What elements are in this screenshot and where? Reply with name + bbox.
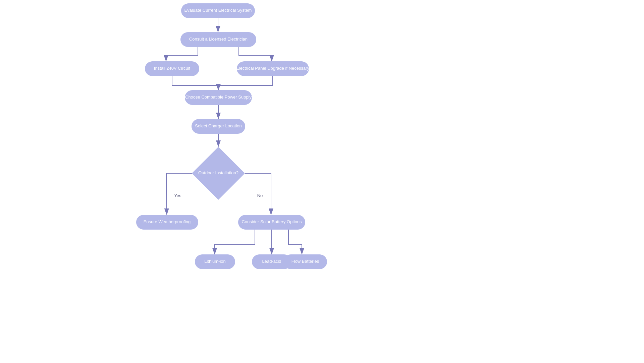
flowchart-container: Evaluate Current Electrical System Consu…: [0, 0, 644, 363]
chargerLocation-label: Select Charger Location: [195, 123, 241, 128]
lithiumIon-label: Lithium-ion: [204, 259, 226, 264]
evaluate-label: Evaluate Current Electrical System: [184, 8, 252, 13]
panelUpgrade-label: Electrical Panel Upgrade if Necessary: [236, 66, 310, 71]
leadAcid-label: Lead-acid: [262, 259, 281, 264]
powerSupply-label: Choose Compatible Power Supply: [185, 95, 252, 100]
weatherproofing-label: Ensure Weatherproofing: [144, 219, 191, 224]
consult-label: Consult a Licensed Electrician: [189, 37, 248, 42]
solarBattery-label: Consider Solar Battery Options: [241, 219, 302, 224]
outdoor-decision-label: Outdoor Installation?: [198, 170, 238, 175]
install240-label: Install 240V Circuit: [154, 66, 191, 71]
yes-label: Yes: [174, 193, 181, 198]
flowBatteries-label: Flow Batteries: [291, 259, 319, 264]
no-label: No: [257, 193, 263, 198]
